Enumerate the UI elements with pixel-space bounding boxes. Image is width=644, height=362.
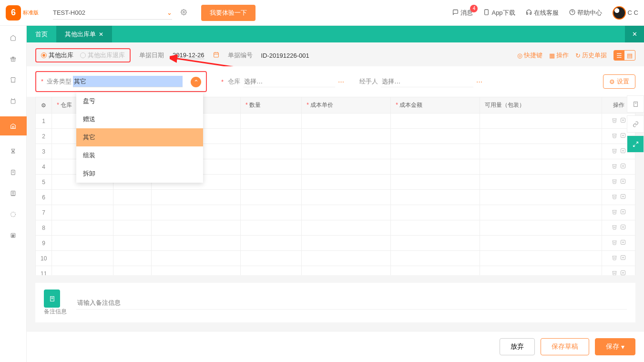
row-index: 3: [36, 144, 52, 159]
sidebar-bag-icon[interactable]: [8, 95, 19, 106]
delete-icon[interactable]: [612, 133, 617, 140]
add-row-icon[interactable]: [620, 239, 626, 247]
delete-icon[interactable]: [612, 148, 617, 155]
add-row-icon[interactable]: [620, 148, 626, 155]
svg-rect-1: [485, 10, 489, 15]
table-row[interactable]: 6: [36, 190, 635, 205]
delete-icon[interactable]: [612, 255, 617, 262]
help-link[interactable]: 帮助中心: [569, 9, 602, 17]
chevron-up-icon[interactable]: ⌃: [191, 77, 201, 87]
view-toggle: ☰ ▤: [613, 50, 635, 61]
biz-type-dropdown: 盘亏 赠送 其它 组装 拆卸: [76, 92, 203, 183]
gear-icon[interactable]: [181, 9, 187, 17]
delete-icon[interactable]: [612, 224, 617, 231]
view-list-icon[interactable]: ☰: [614, 51, 624, 60]
close-icon[interactable]: ✕: [99, 31, 103, 38]
add-row-icon[interactable]: [620, 270, 626, 275]
close-all-tabs[interactable]: ✕: [625, 26, 644, 42]
table-row[interactable]: 7: [36, 205, 635, 220]
dd-item-zengsong[interactable]: 赠送: [76, 110, 203, 128]
col-gear[interactable]: ⚙: [36, 97, 52, 114]
add-row-icon[interactable]: [620, 163, 626, 170]
col-amount: *成本金额: [391, 97, 480, 114]
add-row-icon[interactable]: [620, 209, 626, 216]
add-row-icon[interactable]: [620, 255, 626, 262]
history-link[interactable]: ↻历史单据: [575, 51, 607, 60]
dd-item-chaichai[interactable]: 拆卸: [76, 165, 203, 183]
delete-icon[interactable]: [612, 239, 617, 247]
add-row-icon[interactable]: [620, 178, 626, 186]
row-ops: [602, 220, 635, 236]
warehouse-input[interactable]: [243, 76, 335, 87]
table-row[interactable]: 9: [36, 236, 635, 251]
more-icon[interactable]: ⋯: [476, 78, 483, 85]
sidebar-new-icon[interactable]: 新: [8, 230, 19, 240]
support-link[interactable]: 在线客服: [526, 9, 559, 17]
save-draft-button[interactable]: 保存草稿: [541, 338, 589, 355]
delete-icon[interactable]: [612, 117, 617, 124]
app-download-link[interactable]: App下载: [483, 9, 515, 17]
discard-button[interactable]: 放弃: [500, 338, 535, 355]
tab-current[interactable]: 其他出库单 ✕: [56, 26, 112, 42]
add-row-icon[interactable]: [620, 194, 626, 201]
view-grid-icon[interactable]: ▤: [624, 51, 635, 60]
table-row[interactable]: 11: [36, 266, 635, 275]
messages-link[interactable]: 消息 4: [452, 9, 473, 17]
delete-icon[interactable]: [612, 163, 617, 170]
col-avail: 可用量（包装）: [480, 97, 602, 114]
svg-text:新: 新: [12, 234, 14, 237]
calendar-icon[interactable]: [213, 52, 219, 59]
dd-item-panku[interactable]: 盘亏: [76, 92, 203, 110]
table-row[interactable]: 10: [36, 251, 635, 266]
radio-return[interactable]: 其他出库退库: [80, 51, 125, 60]
sidebar-loading-icon[interactable]: [8, 209, 19, 219]
gear-icon: ⚙: [41, 102, 46, 109]
org-selector[interactable]: TEST-H002 ⌄: [53, 6, 172, 20]
tab-home[interactable]: 首页: [27, 26, 56, 42]
sidebar-warehouse-icon[interactable]: [0, 116, 27, 135]
sidebar-gift-icon[interactable]: [8, 53, 19, 64]
radio-outbound[interactable]: 其他出库: [41, 51, 73, 60]
history-label: 历史单据: [582, 51, 607, 60]
add-row-icon[interactable]: [620, 133, 626, 140]
table-row[interactable]: 8: [36, 220, 635, 236]
sidebar-clipboard-icon[interactable]: [8, 167, 19, 177]
row-index: 4: [36, 159, 52, 175]
delete-icon[interactable]: [612, 178, 617, 186]
delete-icon[interactable]: [612, 270, 617, 275]
delete-icon[interactable]: [612, 194, 617, 201]
user-menu[interactable]: C C: [613, 6, 638, 20]
app-download-label: App下载: [491, 9, 515, 17]
shortcut-link[interactable]: ◎快捷键: [517, 51, 542, 60]
footer-buttons: 放弃 保存草稿 保存 ▾: [27, 331, 644, 362]
delete-icon[interactable]: [612, 209, 617, 216]
ops-link[interactable]: ▦操作: [549, 51, 569, 60]
save-button[interactable]: 保存 ▾: [595, 338, 635, 355]
sidebar-contact-icon[interactable]: [8, 188, 19, 198]
row-ops: [602, 205, 635, 220]
rail-link-icon[interactable]: [627, 115, 644, 133]
doc-date-value[interactable]: 2019-12-26: [173, 52, 204, 59]
try-button[interactable]: 我要体验一下: [201, 5, 256, 21]
row-index: 11: [36, 266, 52, 275]
more-icon[interactable]: ⋯: [338, 78, 345, 85]
handler-input[interactable]: [381, 76, 473, 87]
settings-button[interactable]: ⚙ 设置: [603, 74, 635, 89]
grid-icon: ▦: [549, 52, 555, 59]
remark-input[interactable]: [76, 296, 627, 310]
rail-expand-icon[interactable]: [627, 135, 644, 153]
sidebar-store-icon[interactable]: [8, 74, 19, 85]
logo: 6: [6, 5, 21, 21]
sidebar-home-icon[interactable]: [8, 32, 19, 43]
row-ops: [602, 159, 635, 175]
rail-note-icon[interactable]: [627, 95, 644, 113]
sidebar-money-icon[interactable]: ¥: [8, 146, 19, 156]
svg-line-63: [636, 142, 638, 144]
dd-item-zuzhuang[interactable]: 组装: [76, 146, 203, 165]
add-row-icon[interactable]: [620, 224, 626, 231]
add-row-icon[interactable]: [620, 117, 626, 124]
dd-item-qita[interactable]: 其它: [76, 128, 203, 146]
doc-type-radio-group: 其他出库 其他出库退库: [35, 48, 131, 62]
biz-type-input[interactable]: [73, 76, 183, 87]
required-star: *: [41, 78, 43, 85]
